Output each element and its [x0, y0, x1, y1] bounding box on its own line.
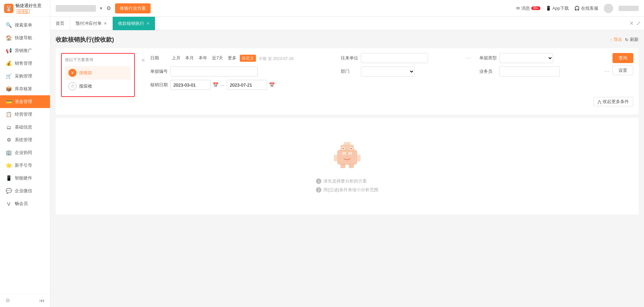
header-gear-icon[interactable]: ⚙: [106, 5, 111, 11]
sidebar-icon-12: 📱: [5, 175, 12, 181]
tip-text-2: 用[过滤]条件来缩小分析范围: [323, 186, 378, 194]
tab-close-2[interactable]: ✕: [146, 21, 150, 26]
close-tab-icon[interactable]: ✕: [629, 20, 634, 27]
refresh-button[interactable]: ↻ 刷新: [625, 37, 639, 43]
filter-main: 按以下方案查询 ¥ 按收款 ⏱ 按应收 «: [61, 53, 633, 97]
filter-section: 按以下方案查询 ¥ 按收款 ⏱ 按应收 «: [56, 48, 639, 114]
filter-option-by-receivable[interactable]: ⏱ 按应收: [65, 80, 131, 93]
sidebar-item-2[interactable]: 📢营销推广: [0, 44, 50, 57]
sidebar-item-0[interactable]: 🔍搜索菜单: [0, 19, 50, 32]
dept-cell: 部门: [341, 66, 471, 76]
sidebar-item-3[interactable]: 💰销售管理: [0, 57, 50, 70]
user-avatar: [604, 4, 613, 13]
sidebar-item-11[interactable]: 🌟新手引导: [0, 159, 50, 172]
export-button[interactable]: ↑ 导出: [610, 37, 623, 43]
sidebar-item-10[interactable]: 🏢企业协同: [0, 146, 50, 159]
receivable-option-label: 按应收: [79, 83, 92, 89]
page-title-bar: 收款核销执行(按收款) ↑ 导出 ↻ 刷新: [56, 36, 639, 44]
tab-close-1[interactable]: ✕: [104, 21, 107, 26]
calendar-end-icon[interactable]: 📅: [269, 82, 275, 88]
query-button[interactable]: 查询: [612, 53, 633, 63]
export-icon: ↑: [610, 37, 612, 42]
refresh-icon: ↻: [625, 37, 629, 42]
date-range: 📅 — 📅: [170, 80, 275, 90]
sidebar-gear-icon[interactable]: ⚙: [5, 297, 10, 304]
app-download-btn[interactable]: 📱 App下载: [546, 5, 569, 11]
tab-2[interactable]: 收款核销执行✕: [113, 17, 155, 30]
app-logo: 🐰 畅捷通好生意 标准版: [0, 0, 50, 17]
headset-icon: 🎧: [574, 6, 580, 11]
tab-1[interactable]: 预付冲应付单✕: [70, 17, 113, 30]
sidebar-collapse-icon[interactable]: ⏮: [39, 298, 45, 304]
partner-dots-icon[interactable]: ···: [466, 55, 471, 61]
expand-tab-icon[interactable]: ⤢: [636, 20, 641, 27]
app-tag: 标准版: [17, 9, 30, 14]
sidebar-item-9[interactable]: ⚙系统管理: [0, 134, 50, 146]
shortcut-more[interactable]: 更多: [226, 54, 238, 62]
sidebar-item-13[interactable]: 💬企业微信: [0, 185, 50, 197]
filter-collapse-icon[interactable]: «: [142, 56, 145, 63]
tab-0[interactable]: 首页: [50, 17, 70, 30]
filter-row-1: 日期 上月 本月 本年 近7天 更多 自定义 不限 至 2023-07-26: [150, 53, 610, 63]
tabs-bar: 首页预付冲应付单✕收款核销执行✕ ✕ ⤢: [50, 17, 644, 30]
filter-form: 日期 上月 本月 本年 近7天 更多 自定义 不限 至 2023-07-26: [150, 53, 610, 93]
sidebar-label-0: 搜索菜单: [15, 22, 32, 28]
date-no-limit: 不限 至 2023-07-26: [259, 56, 293, 62]
collapse-more-button[interactable]: ⋀ 收起更多条件: [593, 97, 633, 106]
dropdown-icon[interactable]: ▾: [100, 6, 102, 11]
sidebar-label-11: 新手引导: [15, 162, 32, 168]
sidebar-footer: ⚙ ⏮: [0, 294, 50, 307]
doctype-label: 单据类型: [479, 55, 497, 61]
sidebar-label-12: 智能硬件: [15, 175, 32, 181]
sidebar-icon-1: 🏠: [5, 35, 12, 41]
sidebar-item-6[interactable]: 💳资金管理: [0, 95, 50, 108]
docno-input[interactable]: [170, 66, 258, 76]
tip-num-2: 2: [316, 187, 321, 193]
staff-dots-icon[interactable]: ···: [604, 68, 610, 74]
svg-point-5: [342, 148, 344, 149]
tab-label-2: 收款核销执行: [118, 20, 144, 27]
sidebar-item-14[interactable]: V畅会员: [0, 197, 50, 210]
sidebar-icon-7: 📋: [5, 111, 12, 117]
partner-label: 往来单位: [341, 55, 358, 61]
sidebar-item-7[interactable]: 📋经营管理: [0, 108, 50, 121]
message-btn[interactable]: ✉ 消息 99+: [516, 5, 540, 11]
solution-button[interactable]: 体验行业方案: [115, 3, 151, 13]
svg-rect-12: [349, 164, 354, 168]
shortcut-last-month[interactable]: 上月: [170, 54, 182, 62]
empty-robot-icon: [330, 138, 364, 171]
sidebar-item-8[interactable]: 🗂基础信息: [0, 121, 50, 134]
tip-item-1: 1 请先选择要分析的方案: [316, 177, 378, 186]
verify-date-label: 核销日期: [150, 82, 168, 88]
staff-cell: 业务员 ···: [479, 66, 610, 76]
sidebar-label-1: 快捷导航: [15, 35, 32, 41]
sidebar-icon-10: 🏢: [5, 150, 12, 156]
filter-option-by-payment[interactable]: ¥ 按收款: [65, 66, 131, 80]
sidebar-item-4[interactable]: 🛒采购管理: [0, 70, 50, 83]
set-button[interactable]: 设置: [612, 65, 633, 75]
sidebar-item-1[interactable]: 🏠快捷导航: [0, 32, 50, 44]
app-download-label: App下载: [552, 5, 569, 11]
shortcut-this-month[interactable]: 本月: [184, 54, 195, 62]
docno-cell: 单据编号: [150, 66, 333, 76]
verify-date-start[interactable]: [170, 80, 211, 90]
shortcut-custom[interactable]: 自定义: [240, 55, 256, 62]
shortcut-7days[interactable]: 近7天: [211, 54, 224, 62]
filter-row-2: 单据编号 部门 业务员: [150, 66, 610, 76]
date-label: 日期: [150, 55, 168, 61]
online-service-btn[interactable]: 🎧 在线客服: [574, 5, 598, 11]
verify-date-end[interactable]: [227, 80, 267, 90]
calendar-start-icon[interactable]: 📅: [213, 82, 218, 88]
staff-input[interactable]: [499, 66, 560, 76]
shortcut-this-year[interactable]: 本年: [197, 54, 209, 62]
sidebar-item-12[interactable]: 📱智能硬件: [0, 172, 50, 185]
filter-left-panel: 按以下方案查询 ¥ 按收款 ⏱ 按应收: [61, 53, 135, 97]
doctype-select[interactable]: [499, 53, 553, 63]
sidebar-item-5[interactable]: 📦库存核算: [0, 83, 50, 95]
dept-select[interactable]: [361, 66, 415, 76]
date-cell: 日期 上月 本月 本年 近7天 更多 自定义 不限 至 2023-07-26: [150, 54, 333, 62]
staff-label: 业务员: [479, 68, 497, 74]
partner-input[interactable]: [361, 53, 428, 63]
receivable-option-icon: ⏱: [68, 82, 76, 90]
sidebar-label-3: 销售管理: [15, 60, 32, 66]
